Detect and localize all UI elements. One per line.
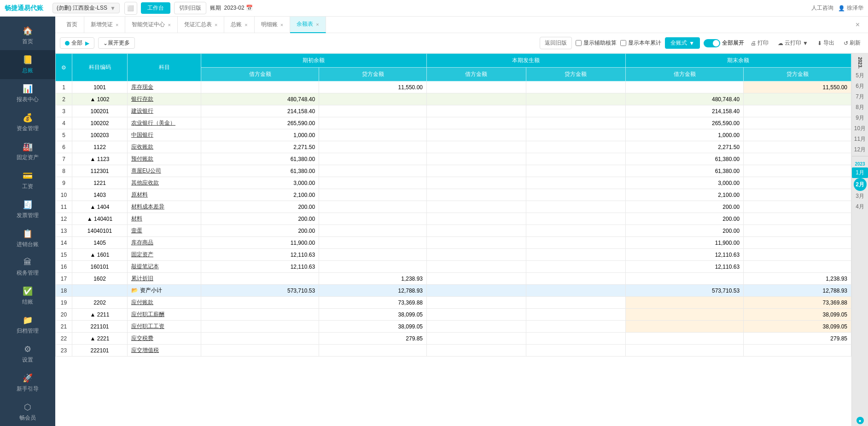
gear-col[interactable]: ⚙ [56,54,72,81]
row-subject[interactable]: 中国银行 [128,129,201,141]
expand-more-button[interactable]: ⌄ 展开更多 [98,37,135,49]
company-selector[interactable]: (勿删) 江西股金-LSS ▼ [52,3,120,13]
right-panel-sep[interactable]: 9月 [852,113,868,123]
tab-new-voucher-close[interactable]: × [116,22,118,28]
right-panel-aug[interactable]: 8月 [852,102,868,113]
sidebar-item-purchase[interactable]: 📋 进销台账 [0,224,55,253]
sidebar-item-salary[interactable]: 💳 工资 [0,166,55,195]
tab-voucher-summary-close[interactable]: × [215,22,217,28]
work-center-button[interactable]: 工作台 [141,2,170,14]
cloud-print-button[interactable]: ☁ 云打印 ▼ [775,37,811,49]
subject-link[interactable]: 壹蛋 [131,227,142,234]
right-panel-oct[interactable]: 10月 [852,123,868,134]
row-subject[interactable]: 材料成本差异 [128,201,201,213]
right-panel-may[interactable]: 5月 [852,70,868,81]
subject-link[interactable]: 熹屋EU公司 [131,167,161,174]
tab-balance[interactable]: 余额表 × [290,17,326,33]
subject-link[interactable]: 材料 [131,215,142,222]
row-subject[interactable]: 敲提笔记本 [128,261,201,273]
row-subject[interactable]: 壹蛋 [128,225,201,237]
row-subject[interactable]: 固定资产 [128,249,201,261]
row-subject[interactable]: 累计折旧 [128,273,201,285]
row-subject[interactable]: 应付职工薪酬 [128,309,201,321]
subject-link[interactable]: 累计折旧 [131,275,153,282]
sidebar-item-home[interactable]: 🏠 首页 [0,21,55,50]
tab-general-ledger-close[interactable]: × [245,22,247,28]
row-subject[interactable]: 建设银行 [128,105,201,117]
refresh-button[interactable]: ↺ 刷新 [841,37,863,49]
subject-link[interactable]: 库存商品 [131,239,153,246]
row-subject[interactable]: 其他应收款 [128,177,201,189]
expand-all-toggle[interactable] [704,39,720,47]
subject-link[interactable]: 原材料 [131,191,148,198]
row-subject[interactable]: 应收账款 [128,141,201,153]
subject-link[interactable]: 应付职工薪酬 [131,311,164,317]
row-subject[interactable]: 原材料 [128,189,201,201]
row-subject[interactable]: 库存现金 [128,81,201,93]
right-panel-feb[interactable]: 2月 [854,178,867,191]
sidebar-item-reports[interactable]: 📊 报表中心 [0,79,55,108]
copy-icon[interactable]: ⬜ [124,2,137,15]
switch-version-button[interactable]: 切到旧版 [174,2,206,14]
subject-link[interactable]: 应交增值税 [131,347,159,353]
subject-link[interactable]: 建设银行 [131,108,153,114]
sidebar-item-assets[interactable]: 🏭 固定资产 [0,137,55,166]
tab-detail-ledger[interactable]: 明细账 × [255,17,290,33]
tab-balance-close[interactable]: × [316,22,319,27]
row-subject[interactable]: 银行存款 [128,93,201,105]
row-subject[interactable]: 库存商品 [128,237,201,249]
sidebar-item-settings[interactable]: ⚙ 设置 [0,340,55,368]
print-button[interactable]: 🖨 打印 [748,37,771,49]
style-button[interactable]: 全账式 ▼ [665,37,700,49]
sidebar-item-invoice[interactable]: 🧾 发票管理 [0,195,55,224]
consult-label[interactable]: 人工咨询 [811,4,833,12]
sidebar-item-archive[interactable]: 📁 归档管理 [0,311,55,340]
close-all-tabs[interactable]: × [852,21,863,29]
return-old-version-button[interactable]: 返回旧版 [540,37,572,49]
row-subject[interactable]: 应交增值税 [128,345,201,357]
tab-detail-ledger-close[interactable]: × [280,22,283,28]
row-subject[interactable]: 农业银行（美金） [128,117,201,129]
row-subject[interactable]: 应交税费 [128,333,201,345]
gear-icon[interactable]: ⚙ [61,64,66,71]
row-subject[interactable]: 📂资产小计 [128,285,201,297]
right-panel-apr[interactable]: 4月 [852,201,868,212]
sidebar-item-close[interactable]: ✅ 结账 [0,282,55,311]
year-accum-checkbox[interactable] [620,40,626,46]
subject-link[interactable]: 其他应收款 [131,179,159,186]
subject-link[interactable]: 材料成本差异 [131,203,164,210]
subject-link[interactable]: 农业银行（美金） [131,120,175,126]
right-panel-jul[interactable]: 7月 [852,92,868,102]
export-button[interactable]: ⬇ 导出 [815,37,837,49]
filter-all-button[interactable]: 全部 ▶ [60,37,94,49]
subject-link[interactable]: 应付职工工资 [131,323,164,329]
subject-link[interactable]: 中国银行 [131,132,153,138]
tab-general-ledger[interactable]: 总账 × [224,17,254,33]
subject-link[interactable]: 库存现金 [131,84,153,90]
right-panel-jun[interactable]: 6月 [852,81,868,92]
tab-smart-voucher-close[interactable]: × [168,22,170,28]
subject-link[interactable]: 敲提笔记本 [131,263,159,270]
sidebar-item-tax[interactable]: 🏛 税务管理 [0,253,55,282]
row-subject[interactable]: 应付账款 [128,297,201,309]
sidebar-item-ledger[interactable]: 📒 总账 [0,50,55,79]
row-subject[interactable]: 熹屋EU公司 [128,165,201,177]
subject-link[interactable]: 预付账款 [131,155,153,162]
aux-calc-checkbox[interactable] [576,40,582,46]
subject-link[interactable]: 银行存款 [131,96,153,102]
subject-link[interactable]: 应收账款 [131,144,153,150]
subject-link[interactable]: 应付账款 [131,299,153,305]
sidebar-item-member[interactable]: ⬡ 畅会员 [0,397,55,426]
tab-new-voucher[interactable]: 新增凭证 × [84,17,125,33]
right-panel-nov[interactable]: 11月 [852,134,868,144]
row-subject[interactable]: 预付账款 [128,153,201,165]
tab-voucher-summary[interactable]: 凭证汇总表 × [178,17,224,33]
right-panel-circle-icon[interactable]: ● [856,417,864,424]
right-panel-mar[interactable]: 3月 [852,191,868,201]
subject-link[interactable]: 固定资产 [131,251,153,258]
right-panel-dec[interactable]: 12月 [852,144,868,155]
sidebar-item-funds[interactable]: 💰 资金管理 [0,108,55,137]
row-subject[interactable]: 应付职工工资 [128,321,201,333]
row-subject[interactable]: 材料 [128,213,201,225]
right-panel-jan[interactable]: 1月 [852,167,868,178]
